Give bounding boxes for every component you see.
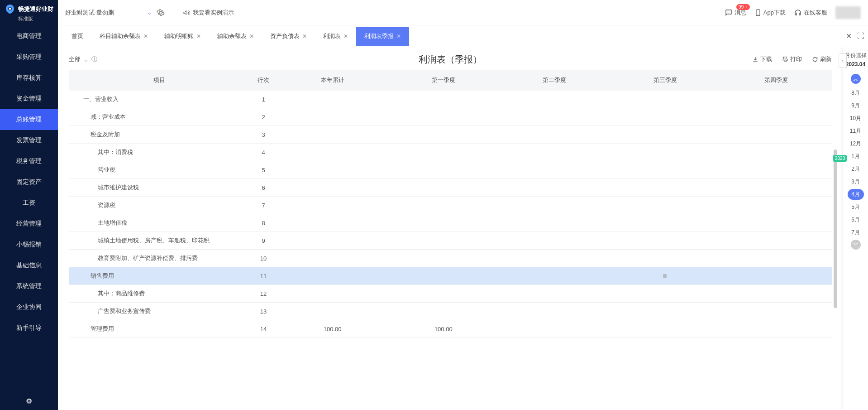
- table-row[interactable]: 城市维护建设税6: [69, 179, 832, 197]
- cell: 3: [250, 126, 277, 144]
- svg-point-0: [9, 8, 11, 10]
- report-table: 项目行次本年累计第一季度第二季度第三季度第四季度 一、营业收入1减：营业成本2税…: [69, 70, 832, 338]
- tenant-settings-icon[interactable]: [157, 9, 165, 17]
- table-row[interactable]: 其中：消费税4: [69, 144, 832, 161]
- message-icon: [725, 9, 733, 17]
- tab[interactable]: 辅助明细账✕: [156, 27, 209, 46]
- tab-close-icon[interactable]: ✕: [343, 33, 348, 39]
- month-scroll-up-icon[interactable]: ︽: [851, 74, 861, 84]
- table-row[interactable]: 一、营业收入1: [69, 91, 832, 108]
- nav-item[interactable]: 总账管理: [0, 109, 58, 130]
- table-row[interactable]: 减：营业成本2: [69, 108, 832, 126]
- month-item[interactable]: 12月: [848, 138, 864, 149]
- nav-item[interactable]: 工资: [0, 193, 58, 213]
- close-all-tabs-icon[interactable]: ✕: [846, 32, 852, 40]
- nav-item[interactable]: 系统管理: [0, 276, 58, 297]
- table-row[interactable]: 教育费附加、矿产资源补偿费、排污费10: [69, 250, 832, 267]
- cell: [721, 179, 832, 197]
- svg-point-2: [728, 11, 729, 12]
- svg-point-3: [730, 11, 730, 12]
- tab-close-icon[interactable]: ✕: [196, 33, 201, 39]
- customer-service-button[interactable]: 在线客服: [794, 9, 827, 17]
- cell: [277, 91, 388, 108]
- month-item[interactable]: 5月: [848, 202, 864, 212]
- tab-close-icon[interactable]: ✕: [249, 33, 254, 39]
- table-row[interactable]: 税金及附加3: [69, 126, 832, 144]
- tenant-select[interactable]: 好业财测试-量勿删 ⌵: [65, 9, 174, 17]
- row-name: 教育费附加、矿产资源补偿费、排污费: [72, 254, 198, 262]
- cell: [610, 179, 721, 197]
- month-scroll-down-icon[interactable]: ︾: [851, 240, 861, 250]
- month-item[interactable]: 9月: [848, 100, 864, 111]
- cell: [499, 91, 610, 108]
- tab[interactable]: 利润表✕: [315, 27, 356, 46]
- month-item[interactable]: 3月: [848, 176, 864, 187]
- tab-close-icon[interactable]: ✕: [143, 33, 148, 39]
- tab-close-icon[interactable]: ✕: [302, 33, 307, 39]
- app-download-button[interactable]: App下载: [754, 9, 786, 17]
- print-icon: [782, 56, 788, 63]
- messages-button[interactable]: 消息 99 +: [725, 9, 746, 17]
- collapse-month-panel-icon[interactable]: ›: [839, 53, 847, 68]
- filter-all[interactable]: 全部 ⌵ ⓘ: [69, 55, 97, 63]
- cell: [388, 197, 499, 214]
- nav-item[interactable]: 小畅报销: [0, 234, 58, 255]
- vertical-scrollbar[interactable]: [834, 150, 837, 308]
- nav-item[interactable]: 企业协同: [0, 297, 58, 318]
- tab-close-icon[interactable]: ✕: [396, 33, 401, 39]
- table-wrap[interactable]: 项目行次本年累计第一季度第二季度第三季度第四季度 一、营业收入1减：营业成本2税…: [69, 70, 832, 410]
- fullscreen-icon[interactable]: ⛶: [857, 32, 864, 40]
- month-item[interactable]: 6月: [848, 214, 864, 225]
- cell: [499, 285, 610, 303]
- tab[interactable]: 利润表季报✕: [356, 27, 409, 46]
- document-icon[interactable]: 🗎: [663, 273, 668, 280]
- month-item[interactable]: 7月: [848, 227, 864, 238]
- nav-item[interactable]: 库存核算: [0, 68, 58, 88]
- table-row[interactable]: 资源税7: [69, 197, 832, 214]
- month-item[interactable]: 4月: [848, 189, 864, 200]
- app-label: App下载: [763, 9, 786, 17]
- tab[interactable]: 科目辅助余额表✕: [91, 27, 156, 46]
- nav-item[interactable]: 采购管理: [0, 47, 58, 68]
- download-button[interactable]: 下载: [752, 55, 772, 63]
- nav-item[interactable]: 税务管理: [0, 151, 58, 172]
- table-row[interactable]: 管理费用14100.00100.00: [69, 320, 832, 338]
- table-row[interactable]: 销售费用11🗎: [69, 267, 832, 285]
- table-row[interactable]: 城镇土地使用税、房产税、车船税、印花税9: [69, 232, 832, 250]
- table-row[interactable]: 土地增值税8: [69, 214, 832, 232]
- nav-item[interactable]: 电商管理: [0, 26, 58, 47]
- table-row[interactable]: 广告费和业务宣传费13: [69, 303, 832, 320]
- month-item[interactable]: 10月: [848, 113, 864, 124]
- cell: [721, 214, 832, 232]
- print-button[interactable]: 打印: [782, 55, 802, 63]
- month-item[interactable]: 8月: [848, 87, 864, 98]
- sidebar: 畅捷通好业财 标准版 电商管理采购管理库存核算资金管理总账管理发票管理税务管理固…: [0, 0, 58, 410]
- nav-item[interactable]: 经营管理: [0, 213, 58, 234]
- nav-item[interactable]: 基础信息: [0, 255, 58, 276]
- cell: 12: [250, 285, 277, 303]
- refresh-button[interactable]: 刷新: [812, 55, 832, 63]
- help-icon[interactable]: ⓘ: [91, 55, 97, 63]
- cell: [388, 91, 499, 108]
- table-row[interactable]: 营业税5: [69, 161, 832, 179]
- tab[interactable]: 首页: [63, 27, 91, 46]
- user-avatar[interactable]: [835, 6, 861, 19]
- nav-item[interactable]: 发票管理: [0, 130, 58, 151]
- tabs-bar: 首页科目辅助余额表✕辅助明细账✕辅助余额表✕资产负债表✕利润表✕利润表季报✕ ✕…: [58, 25, 868, 47]
- cell: [388, 250, 499, 267]
- month-item[interactable]: 1月: [848, 151, 864, 162]
- sidebar-footer: ⚙: [0, 392, 58, 410]
- tab[interactable]: 辅助余额表✕: [209, 27, 262, 46]
- nav-item[interactable]: 新手引导: [0, 318, 58, 338]
- settings-gear-icon[interactable]: ⚙: [26, 397, 32, 405]
- month-item[interactable]: 2月: [848, 164, 864, 174]
- row-name: 减：营业成本: [72, 113, 126, 121]
- headset-icon: [794, 9, 802, 17]
- cell: [277, 303, 388, 320]
- nav-item[interactable]: 固定资产: [0, 172, 58, 193]
- tab[interactable]: 资产负债表✕: [262, 27, 315, 46]
- month-item[interactable]: 11月: [848, 125, 864, 136]
- demo-link[interactable]: 我要看实例演示: [183, 9, 234, 17]
- nav-item[interactable]: 资金管理: [0, 88, 58, 109]
- table-row[interactable]: 其中：商品维修费12: [69, 285, 832, 303]
